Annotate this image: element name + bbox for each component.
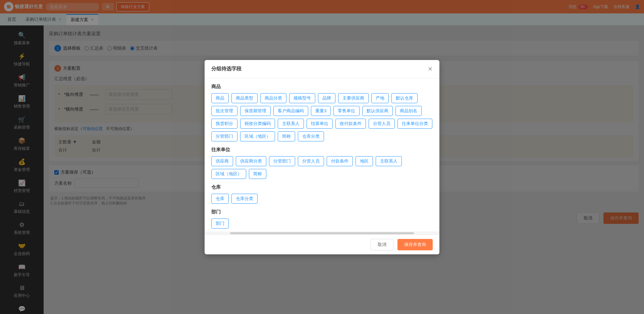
field-tag-cp-manager[interactable]: 分管人员 <box>298 156 324 166</box>
field-tag-customer-code[interactable]: 客户商品编码 <box>273 106 308 116</box>
field-tag-payment-terms[interactable]: 收付款条件 <box>335 119 366 129</box>
field-tag-tax-code[interactable]: 税收分类编码 <box>240 119 275 129</box>
field-tag-abbr[interactable]: 简称 <box>278 131 295 141</box>
field-tag-counterparty-category[interactable]: 往来单位分类 <box>397 119 432 129</box>
field-tag-origin[interactable]: 产地 <box>371 93 389 103</box>
section-title-warehouse: 仓库 <box>211 184 433 190</box>
section-title-dept: 部门 <box>211 209 433 215</box>
field-tag-cp-abbr[interactable]: 简称 <box>249 169 266 179</box>
field-tag-warehouse-cat[interactable]: 仓库分类 <box>298 131 324 141</box>
field-tag-supplier-category[interactable]: 供应商分类 <box>236 156 266 166</box>
field-tag-retail-unit[interactable]: 零售单位 <box>333 106 360 116</box>
modal-body: 商品 商品 商品类型 商品分类 规格型号 品牌 主要供应商 产地 默认仓库 批次… <box>205 78 439 232</box>
field-tag-alias[interactable]: 商品别名 <box>395 106 422 116</box>
field-tag-picking-points[interactable]: 拣货积分 <box>211 119 237 129</box>
field-tag-settlement-unit[interactable]: 结算单位 <box>307 119 333 129</box>
field-tag-product-type[interactable]: 商品类型 <box>231 93 258 103</box>
modal-footer: 取消 保存并查询 <box>205 235 439 254</box>
field-tag-expiry[interactable]: 保质期管理 <box>240 106 271 116</box>
modal-backdrop: 分组待选字段 ✕ 商品 商品 商品类型 商品分类 规格型号 品牌 主要供应商 产… <box>0 0 644 314</box>
field-tag-dept[interactable]: 分管部门 <box>211 131 237 141</box>
field-tag-cp-contact[interactable]: 主联系人 <box>376 156 402 166</box>
section-title-product: 商品 <box>211 84 433 90</box>
field-tag-payment-cond[interactable]: 付款条件 <box>327 156 353 166</box>
field-section-product: 商品 商品 商品类型 商品分类 规格型号 品牌 主要供应商 产地 默认仓库 批次… <box>211 84 433 141</box>
field-tag-product-category[interactable]: 商品分类 <box>260 93 286 103</box>
warehouse-field-tags: 仓库 仓库分类 <box>211 194 433 204</box>
dept-field-tags: 部门 <box>211 218 433 229</box>
field-tag-manager[interactable]: 分管人员 <box>369 119 395 129</box>
modal-title: 分组待选字段 <box>211 66 241 72</box>
modal-confirm-button[interactable]: 保存并查询 <box>397 239 433 250</box>
modal-hscrollbar[interactable] <box>205 232 439 234</box>
field-tag-area[interactable]: 地区 <box>356 156 373 166</box>
field-tag-department[interactable]: 部门 <box>211 218 229 229</box>
field-tag-supplier[interactable]: 供应商 <box>211 156 233 166</box>
section-title-counterparty: 往来单位 <box>211 147 433 153</box>
field-tag-weight[interactable]: 重量3 <box>311 106 331 116</box>
field-tag-main-contact[interactable]: 主联系人 <box>278 119 304 129</box>
field-tag-cp-dept[interactable]: 分管部门 <box>269 156 295 166</box>
field-tag-brand[interactable]: 品牌 <box>318 93 335 103</box>
modal-field-select: 分组待选字段 ✕ 商品 商品 商品类型 商品分类 规格型号 品牌 主要供应商 产… <box>205 60 439 254</box>
field-tag-cp-region[interactable]: 区域（地区） <box>211 169 246 179</box>
field-tag-main-supplier[interactable]: 主要供应商 <box>338 93 369 103</box>
modal-close-button[interactable]: ✕ <box>428 65 433 73</box>
field-tag-default-warehouse[interactable]: 默认仓库 <box>391 93 418 103</box>
field-tag-batch-mgmt[interactable]: 批次管理 <box>211 106 237 116</box>
field-tag-warehouse[interactable]: 仓库 <box>211 194 229 204</box>
field-tag-product[interactable]: 商品 <box>211 93 229 103</box>
field-section-warehouse: 仓库 仓库 仓库分类 <box>211 184 433 204</box>
field-tag-wh-category[interactable]: 仓库分类 <box>231 194 258 204</box>
field-section-dept: 部门 部门 <box>211 209 433 229</box>
field-tag-region-area[interactable]: 区域（地区） <box>240 131 275 141</box>
field-section-counterparty: 往来单位 供应商 供应商分类 分管部门 分管人员 付款条件 地区 主联系人 区域… <box>211 147 433 179</box>
modal-cancel-button[interactable]: 取消 <box>371 239 393 250</box>
field-tag-spec[interactable]: 规格型号 <box>289 93 315 103</box>
counterparty-field-tags: 供应商 供应商分类 分管部门 分管人员 付款条件 地区 主联系人 区域（地区） … <box>211 156 433 179</box>
field-tag-default-supplier[interactable]: 默认供应商 <box>362 106 393 116</box>
modal-header: 分组待选字段 ✕ <box>205 60 439 78</box>
product-field-tags: 商品 商品类型 商品分类 规格型号 品牌 主要供应商 产地 默认仓库 批次管理 … <box>211 93 433 141</box>
